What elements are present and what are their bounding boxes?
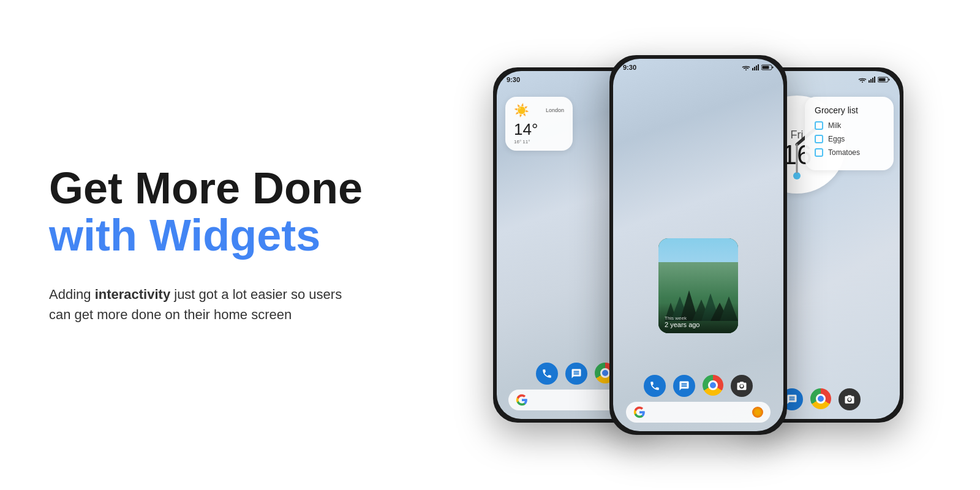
svg-rect-14: [772, 67, 774, 69]
messages-icon-c: [679, 380, 690, 391]
signal-icon-right: [869, 77, 876, 83]
phone-app-icon[interactable]: [536, 363, 558, 385]
camera-icon: [736, 380, 747, 391]
grocery-checkbox-eggs[interactable]: [815, 135, 823, 143]
messages-app-center[interactable]: [673, 375, 695, 397]
phone-icon-c: [649, 380, 660, 391]
grocery-item-tomatoes: Tomatoes: [815, 148, 884, 157]
phone-left-time: 9:30: [507, 76, 520, 83]
phone-center-dock-apps: [644, 375, 753, 397]
svg-rect-15: [763, 66, 769, 69]
description: Adding interactivity just got a lot easi…: [49, 284, 355, 325]
phone-right-status-icons: [858, 77, 890, 83]
svg-rect-24: [869, 80, 870, 83]
svg-rect-12: [758, 64, 759, 70]
wifi-icon-center: [742, 64, 750, 70]
grocery-item-milk: Milk: [815, 121, 884, 130]
chrome-app-center[interactable]: [703, 375, 723, 396]
camera-app-right[interactable]: [839, 388, 861, 410]
svg-rect-27: [874, 77, 875, 83]
chrome-inner-c: [708, 380, 718, 390]
battery-icon-center: [761, 64, 774, 70]
camera-icon-r: [844, 394, 855, 405]
phone-center-search[interactable]: [626, 402, 771, 423]
battery-icon-right: [878, 77, 890, 83]
phone-right-dock-apps: [781, 388, 861, 410]
weather-range: 16° 11°: [514, 139, 564, 145]
photos-widget: This week 2 years ago: [658, 238, 738, 333]
phone-center-dock: [613, 375, 783, 423]
signal-icon-center: [752, 64, 760, 70]
svg-rect-26: [872, 78, 873, 83]
grocery-item-eggs: Eggs: [815, 135, 884, 143]
svg-rect-30: [879, 78, 886, 81]
svg-point-23: [862, 81, 863, 83]
photos-this-week: This week: [665, 315, 732, 321]
description-text: Adding: [49, 287, 95, 302]
weather-widget: ☀️ London 14° 16° 11°: [505, 97, 573, 151]
google-logo-center: [633, 406, 646, 418]
phone-center-status-icons: [742, 64, 774, 70]
photos-time-ago: 2 years ago: [665, 321, 732, 328]
headline: Get More Done with Widgets: [49, 165, 368, 260]
weather-temp: 14°: [514, 120, 564, 139]
messages-icon-r: [786, 394, 797, 405]
phone-center-statusbar: 9:30: [613, 59, 783, 76]
phones-section: 9:30: [417, 0, 980, 490]
phone-center-screen: 9:30: [613, 59, 783, 431]
grocery-widget: Grocery list Milk Eggs Tomatoes: [805, 97, 894, 170]
svg-rect-9: [752, 68, 753, 70]
headline-line2: with Widgets: [49, 211, 368, 260]
svg-rect-25: [870, 79, 872, 83]
grocery-title: Grocery list: [815, 105, 884, 115]
sun-icon: ☀️: [514, 103, 529, 118]
google-logo: [516, 394, 528, 406]
messages-icon: [571, 368, 582, 379]
grocery-checkbox-milk[interactable]: [815, 121, 823, 130]
photos-bg: This week 2 years ago: [658, 238, 738, 333]
phone-center: 9:30: [609, 55, 787, 435]
left-section: Get More Done with Widgets Adding intera…: [0, 129, 417, 362]
grocery-checkbox-tomatoes[interactable]: [815, 148, 823, 157]
phone-center-time: 9:30: [623, 64, 636, 71]
svg-rect-10: [754, 67, 755, 70]
chrome-inner-r: [816, 394, 826, 404]
grocery-text-milk: Milk: [828, 121, 841, 130]
assistant-dot: [752, 407, 763, 418]
wifi-icon-right: [858, 77, 867, 83]
camera-app-center[interactable]: [731, 375, 753, 397]
weather-city: London: [546, 107, 564, 113]
phone-app-center[interactable]: [644, 375, 666, 397]
photos-label: This week 2 years ago: [658, 303, 738, 333]
phone-left-dock-apps: [536, 363, 616, 385]
weather-top: ☀️ London: [514, 103, 564, 118]
chrome-app-right[interactable]: [810, 388, 831, 409]
phone-icon: [541, 368, 552, 379]
svg-point-8: [745, 69, 747, 70]
grocery-text-tomatoes: Tomatoes: [828, 148, 860, 157]
grocery-text-eggs: Eggs: [828, 135, 845, 143]
messages-app-icon[interactable]: [565, 363, 587, 385]
svg-rect-29: [889, 79, 890, 81]
chrome-inner: [600, 368, 610, 378]
description-bold: interactivity: [95, 287, 171, 302]
svg-rect-11: [756, 66, 757, 70]
headline-line1: Get More Done: [49, 165, 368, 212]
